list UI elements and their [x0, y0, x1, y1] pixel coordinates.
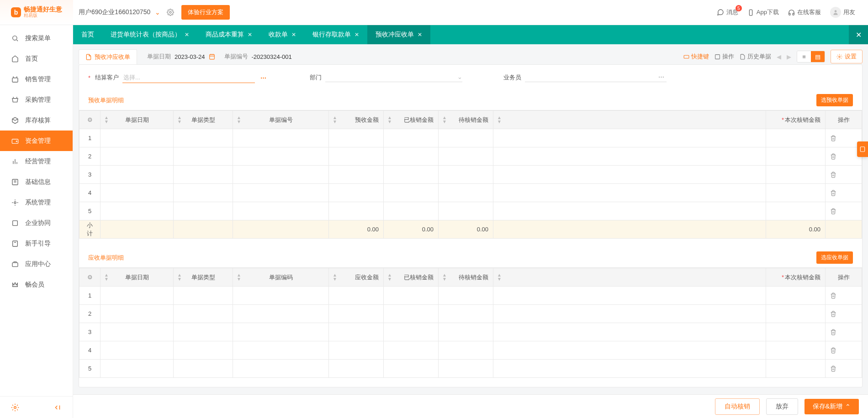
row-delete[interactable]	[826, 341, 862, 360]
table-row[interactable]: 5	[79, 202, 862, 220]
history-link[interactable]: 历史单据	[740, 52, 771, 61]
messages-link[interactable]: 消息 5	[717, 8, 738, 16]
customer-input[interactable]	[122, 72, 255, 83]
online-service-link[interactable]: 在线客服	[788, 8, 821, 16]
next-page-icon[interactable]: ▶	[787, 53, 791, 60]
sort-icon[interactable]: ▲▼	[104, 273, 109, 281]
row-delete[interactable]	[826, 202, 862, 220]
col-amt2[interactable]: ▲▼已核销金额	[384, 111, 439, 129]
sort-icon[interactable]: ▲▼	[497, 273, 502, 281]
sidebar-item-11[interactable]: 应用中心	[0, 254, 73, 274]
row-gear-header[interactable]: ⚙	[79, 268, 101, 287]
tab-4[interactable]: 银行存取款单✕	[304, 25, 367, 44]
col-this[interactable]: *本次核销金额	[766, 111, 826, 129]
col-amt3[interactable]: ▲▼待核销金额	[439, 111, 493, 129]
sort-icon[interactable]: ▲▼	[387, 273, 392, 281]
sidebar-item-10[interactable]: 新手引导	[0, 233, 73, 254]
table-row[interactable]: 1	[79, 129, 862, 147]
row-delete[interactable]	[826, 147, 862, 166]
operator-more-icon[interactable]: ⋯	[656, 73, 667, 80]
sort-icon[interactable]: ▲▼	[497, 115, 502, 124]
col-this[interactable]: *本次核销金额	[766, 268, 826, 287]
page-settings-button[interactable]: 设置	[831, 50, 863, 63]
tab-3[interactable]: 收款单✕	[260, 25, 304, 44]
close-icon[interactable]: ✕	[185, 31, 189, 38]
row-delete[interactable]	[826, 129, 862, 147]
close-icon[interactable]: ✕	[355, 31, 359, 38]
header-settings-icon[interactable]	[167, 9, 174, 16]
table-row[interactable]: 4	[79, 184, 862, 202]
col-amt1[interactable]: ▲▼预收金额	[329, 111, 384, 129]
sidebar-item-7[interactable]: 基础信息	[0, 172, 73, 192]
try-industry-button[interactable]: 体验行业方案	[181, 5, 230, 20]
col-code[interactable]: ▲▼单据编码	[233, 268, 329, 287]
table-row[interactable]: 1	[79, 287, 862, 305]
tab-5[interactable]: 预收冲应收单✕	[367, 25, 430, 44]
sidebar-item-2[interactable]: 销售管理	[0, 69, 73, 89]
app-download-link[interactable]: App下载	[747, 8, 779, 16]
tab-0[interactable]: 首页	[73, 25, 102, 44]
col-amt1[interactable]: ▲▼应收金额	[329, 268, 384, 287]
discard-button[interactable]: 放弃	[766, 398, 798, 415]
view-list-icon[interactable]: ≡	[797, 51, 811, 62]
table-row[interactable]: 2	[79, 147, 862, 166]
select-prepay-button[interactable]: 选预收单据	[816, 94, 853, 106]
sort-icon[interactable]: ▲▼	[177, 115, 182, 124]
col-type[interactable]: ▲▼单据类型	[174, 111, 233, 129]
operate-link[interactable]: 操作	[715, 52, 734, 61]
col-date[interactable]: ▲▼单据日期	[101, 268, 174, 287]
sidebar-item-12[interactable]: 畅会员	[0, 274, 73, 295]
row-delete[interactable]	[826, 166, 862, 184]
row-delete[interactable]	[826, 323, 862, 341]
table-row[interactable]: 3	[79, 166, 862, 184]
sidebar-item-8[interactable]: 系统管理	[0, 192, 73, 213]
close-icon[interactable]: ✕	[248, 31, 252, 38]
col-date[interactable]: ▲▼单据日期	[101, 111, 174, 129]
row-delete[interactable]	[826, 287, 862, 305]
select-receivable-button[interactable]: 选应收单据	[816, 251, 853, 264]
sort-icon[interactable]: ▲▼	[442, 273, 447, 281]
col-amt2[interactable]: ▲▼已核销金额	[384, 268, 439, 287]
sidebar-item-6[interactable]: 经营管理	[0, 151, 73, 172]
close-icon[interactable]: ✕	[291, 31, 296, 38]
row-delete[interactable]	[826, 305, 862, 323]
user-menu[interactable]: 用友	[830, 7, 855, 18]
close-all-tabs[interactable]: ✕	[849, 25, 868, 44]
dept-select[interactable]: ⌄	[325, 73, 462, 82]
view-detail-icon[interactable]: ▤	[811, 51, 825, 62]
tab-2[interactable]: 商品成本重算✕	[197, 25, 260, 44]
sidebar-item-1[interactable]: 首页	[0, 48, 73, 69]
customer-more-icon[interactable]: ⋯	[259, 74, 269, 81]
sort-icon[interactable]: ▲▼	[333, 115, 337, 124]
save-add-button[interactable]: 保存&新增 ⌃	[804, 399, 859, 414]
sidebar-collapse-icon[interactable]	[53, 403, 62, 412]
sort-icon[interactable]: ▲▼	[237, 115, 241, 124]
table-row[interactable]: 2	[79, 305, 862, 323]
sidebar-item-9[interactable]: 企业协同	[0, 213, 73, 233]
sidebar-settings-icon[interactable]	[11, 403, 19, 412]
col-code[interactable]: ▲▼单据编号	[233, 111, 329, 129]
operator-input[interactable]: ⋯	[525, 73, 667, 82]
auto-offset-button[interactable]: 自动核销	[715, 398, 760, 415]
shortcut-link[interactable]: 快捷键	[683, 52, 709, 61]
table-row[interactable]: 5	[79, 360, 862, 378]
sort-icon[interactable]: ▲▼	[177, 273, 182, 281]
close-icon[interactable]: ✕	[418, 31, 422, 38]
right-edge-tab[interactable]	[857, 141, 868, 157]
sort-icon[interactable]: ▲▼	[237, 273, 241, 281]
sort-icon[interactable]: ▲▼	[333, 273, 337, 281]
row-delete[interactable]	[826, 184, 862, 202]
table-row[interactable]: 4	[79, 341, 862, 360]
col-amt3[interactable]: ▲▼待核销金额	[439, 268, 493, 287]
sort-icon[interactable]: ▲▼	[387, 115, 392, 124]
sort-icon[interactable]: ▲▼	[442, 115, 447, 124]
sidebar-item-3[interactable]: 采购管理	[0, 89, 73, 110]
row-delete[interactable]	[826, 360, 862, 378]
col-type[interactable]: ▲▼单据类型	[174, 268, 233, 287]
company-selector[interactable]: 用户690企业1660120750 ⌄	[79, 8, 160, 16]
sidebar-item-0[interactable]: 搜索菜单	[0, 28, 73, 48]
sidebar-item-5[interactable]: 资金管理	[0, 131, 73, 151]
calendar-icon[interactable]	[209, 53, 215, 60]
table-row[interactable]: 3	[79, 323, 862, 341]
tab-1[interactable]: 进货单统计表（按商品）✕	[102, 25, 197, 44]
